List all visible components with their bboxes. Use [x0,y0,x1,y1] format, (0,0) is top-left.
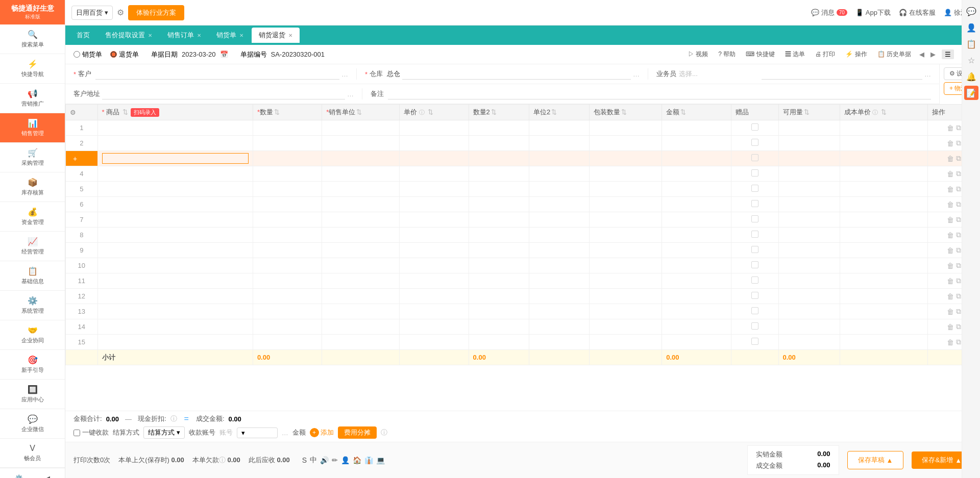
qty-cell[interactable] [253,228,322,243]
float-bell-btn[interactable]: 🔔 [964,69,978,84]
unit-price-cell[interactable] [400,304,469,319]
unit-price-cell[interactable] [400,151,469,166]
unit2-sort-icon[interactable]: ⇅ [551,108,557,116]
qty2-cell[interactable] [469,212,529,228]
sales-unit-cell[interactable] [322,136,400,151]
cost-price-info-icon[interactable]: ⓘ [872,109,878,115]
product-cell[interactable] [97,182,253,197]
pack-qty-cell[interactable] [590,228,662,243]
unit2-cell[interactable] [529,258,589,273]
gift-cell[interactable] [731,258,778,273]
cost-price-cell[interactable] [840,228,928,243]
prev-record-icon[interactable]: ◀ [919,51,924,58]
qty-cell[interactable] [253,289,322,304]
gift-cell[interactable] [731,319,778,335]
gift-cell[interactable] [731,182,778,197]
note-input[interactable] [388,88,931,99]
tab-close-sales-order[interactable]: ✕ [197,33,201,38]
radio-return[interactable]: 退货单 [110,50,139,59]
salesman-dots-btn[interactable]: … [924,70,931,78]
copy-row-btn[interactable]: ⧉ [956,261,961,270]
available-cell[interactable] [778,197,840,212]
cost-price-cell[interactable] [840,258,928,273]
cost-price-cell[interactable] [840,335,928,350]
float-chat-btn[interactable]: 💬 [964,4,978,18]
qty-cell[interactable] [253,197,322,212]
gift-checkbox[interactable] [751,215,758,222]
sidebar-item-enterprise-wechat[interactable]: 💬企业微信 [0,409,65,439]
account-select[interactable]: ▾ [237,427,278,438]
amount-cell[interactable] [662,258,731,273]
calc-method-select[interactable]: 结算方式 ▾ [143,426,185,439]
qty2-cell[interactable] [469,273,529,289]
copy-row-btn[interactable]: ⧉ [956,276,961,285]
available-cell[interactable] [778,304,840,319]
qty2-sort-icon[interactable]: ⇅ [491,108,497,116]
unit-price-cell[interactable] [400,289,469,304]
sales-unit-cell[interactable] [322,182,400,197]
qty2-cell[interactable] [469,335,529,350]
bottom-icon-4[interactable]: ✏ [332,456,338,464]
online-service-btn[interactable]: 🎧 在线客服 [899,8,936,17]
available-cell[interactable] [778,166,840,182]
available-cell[interactable] [778,228,840,243]
radio-sales[interactable]: 销货单 [74,50,102,59]
delete-row-btn[interactable]: 🗑 [947,124,954,132]
available-cell[interactable] [778,243,840,258]
amount-cell[interactable] [662,228,731,243]
qty-cell[interactable] [253,120,322,136]
amount-cell[interactable] [662,182,731,197]
unit-price-cell[interactable] [400,120,469,136]
tab-sales-deliver[interactable]: 销货单 ✕ [209,28,251,43]
app-download-btn[interactable]: 📱 App下载 [855,8,891,17]
qty2-cell[interactable] [469,197,529,212]
bottom-icon-5[interactable]: 👤 [341,456,350,464]
pack-qty-cell[interactable] [590,120,662,136]
amount-cell[interactable] [662,212,731,228]
gift-cell[interactable] [731,197,778,212]
sales-unit-cell[interactable] [322,228,400,243]
sidebar-item-quick-nav[interactable]: ⚡快捷导航 [0,54,65,84]
pack-qty-cell[interactable] [590,289,662,304]
sidebar-item-new-guide[interactable]: 🎯新手引导 [0,350,65,380]
gift-checkbox[interactable] [751,185,758,192]
gift-cell[interactable] [731,273,778,289]
cost-price-cell[interactable] [840,243,928,258]
pack-qty-cell[interactable] [590,335,662,350]
product-cell[interactable] [97,228,253,243]
cost-price-cell[interactable] [840,289,928,304]
sidebar-item-search-menu[interactable]: 🔍搜索菜单 [0,24,65,54]
amount-cell[interactable] [662,120,731,136]
sidebar-item-purchase-mgmt[interactable]: 🛒采购管理 [0,143,65,172]
delete-row-btn[interactable]: 🗑 [947,170,954,178]
delete-row-btn[interactable]: 🗑 [947,200,954,209]
unit-price-cell[interactable] [400,258,469,273]
unit2-cell[interactable] [529,197,589,212]
copy-row-btn[interactable]: ⧉ [956,123,961,132]
bottom-icon-8[interactable]: 💻 [376,456,385,464]
unit2-cell[interactable] [529,304,589,319]
product-cell[interactable] [97,304,253,319]
float-copy-btn[interactable]: 📋 [964,37,978,51]
gift-cell[interactable] [731,304,778,319]
gift-checkbox[interactable] [751,292,758,299]
delete-row-btn[interactable]: 🗑 [947,323,954,331]
gift-cell[interactable] [731,243,778,258]
float-star-btn[interactable]: ☆ [964,53,978,67]
pack-qty-cell[interactable] [590,182,662,197]
qty2-cell[interactable] [469,228,529,243]
gift-cell[interactable] [731,151,778,166]
gift-checkbox[interactable] [751,169,758,177]
unit-price-cell[interactable] [400,228,469,243]
unit2-cell[interactable] [529,212,589,228]
tab-price-set[interactable]: 售价提取设置 ✕ [98,28,159,43]
pack-qty-cell[interactable] [590,319,662,335]
amount-cell[interactable] [662,243,731,258]
pack-qty-cell[interactable] [590,136,662,151]
delete-row-btn[interactable]: 🗑 [947,216,954,224]
help-btn[interactable]: ? 帮助 [716,49,738,60]
available-cell[interactable] [778,182,840,197]
sales-unit-cell[interactable] [322,304,400,319]
gift-checkbox[interactable] [751,231,758,238]
qty-cell[interactable] [253,243,322,258]
